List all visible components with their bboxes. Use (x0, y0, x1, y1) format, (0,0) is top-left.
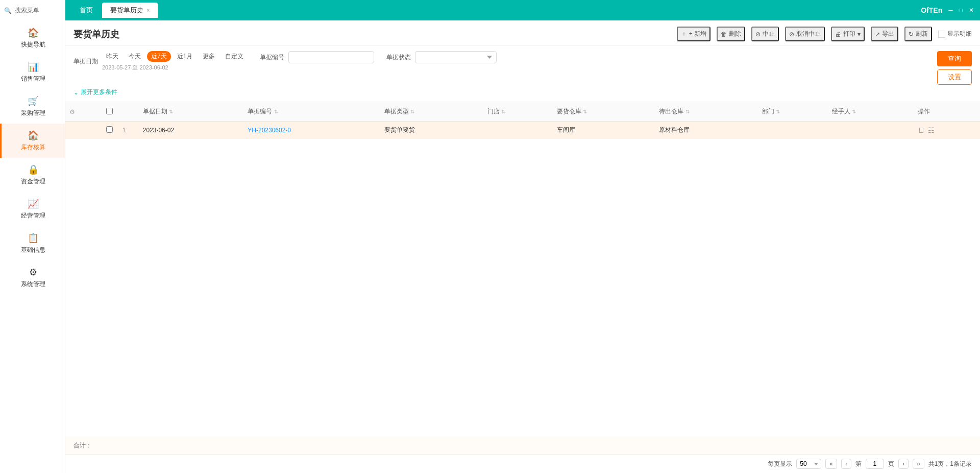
total-label: 共1页，1条记录 (928, 460, 972, 468)
refresh-icon: ↻ (909, 31, 914, 38)
delete-button[interactable]: 🗑 删除 (717, 27, 745, 41)
sidebar-item-label: 采购管理 (21, 109, 45, 117)
tab-history[interactable]: 要货单历史 × (102, 3, 158, 18)
doc-no-input[interactable] (288, 51, 374, 63)
table-area: ⚙ 单据日期 ⇅ 单据编号 ⇅ (65, 102, 980, 437)
new-button[interactable]: ＋ + 新增 (677, 27, 710, 41)
query-actions: 查询 设置 (937, 51, 972, 85)
select-all-checkbox[interactable] (106, 108, 113, 114)
export-button[interactable]: ↗ 导出 (871, 27, 898, 41)
sort-date-icon[interactable]: ⇅ (169, 109, 173, 114)
pagination-bar: 每页显示 50 100 « ‹ 第 页 › » 共1页，1条记录 (65, 454, 980, 473)
col-store: 门店 ⇅ (483, 102, 553, 122)
sidebar-item-label: 经营管理 (21, 211, 45, 220)
stop-btn-label: 中止 (763, 30, 775, 38)
main-table: ⚙ 单据日期 ⇅ 单据编号 ⇅ (65, 102, 980, 139)
date-range-display: 2023-05-27 至 2023-06-02 (102, 64, 248, 72)
sidebar-item-label: 资金管理 (21, 177, 45, 186)
sidebar-search[interactable]: 🔍 搜索菜单 (0, 0, 65, 21)
status-select[interactable] (415, 51, 497, 63)
col-settings[interactable]: ⚙ (65, 102, 102, 122)
table-row: 1 2023-06-02 YH-20230602-0 要货单要货 车间库 原材料… (65, 122, 980, 139)
search-icon: 🔍 (4, 7, 12, 14)
sort-pending-warehouse-icon[interactable]: ⇅ (685, 109, 690, 114)
sort-handler-icon[interactable]: ⇅ (852, 109, 856, 114)
sidebar-item-finance[interactable]: 🔒 资金管理 (0, 158, 65, 192)
shortcut-yesterday[interactable]: 昨天 (102, 51, 122, 62)
cancel-stop-button[interactable]: ⊘ 取消中止 (785, 27, 825, 41)
tab-home-label: 首页 (80, 6, 93, 15)
main-area: 首页 要货单历史 × OfTEn ─ □ ✕ 要货单历史 ＋ + 新增 🗑 (65, 0, 980, 473)
stop-icon: ⊘ (755, 31, 761, 38)
plus-icon: ＋ (681, 30, 687, 38)
cart-icon: 🛒 (28, 96, 39, 107)
operation-icon: 📈 (28, 198, 39, 209)
row-checkbox[interactable] (106, 126, 113, 133)
page-title: 要货单历史 (74, 28, 119, 40)
refresh-button[interactable]: ↻ 刷新 (904, 27, 932, 41)
toggle-checkbox[interactable] (938, 31, 945, 38)
basic-icon: 📋 (28, 232, 39, 244)
first-page-btn[interactable]: « (825, 459, 837, 469)
sort-req-warehouse-icon[interactable]: ⇅ (583, 109, 587, 114)
sort-dept-icon[interactable]: ⇅ (776, 109, 780, 114)
doc-no-link[interactable]: YH-20230602-0 (248, 127, 291, 134)
last-page-btn[interactable]: » (913, 459, 924, 469)
settings-button[interactable]: 设置 (937, 69, 972, 85)
sort-doc-no-icon[interactable]: ⇅ (274, 109, 278, 114)
tab-close-icon[interactable]: × (146, 7, 150, 13)
date-filter-label: 单据日期 (74, 57, 98, 66)
export-btn-label: 导出 (882, 30, 894, 38)
row-more-icon[interactable]: ☷ (928, 126, 935, 134)
print-icon: 🖨 (835, 31, 841, 38)
sidebar-item-system[interactable]: ⚙ 系统管理 (0, 261, 65, 295)
page-word-pre: 第 (855, 460, 862, 468)
row-store (483, 122, 553, 139)
sidebar-item-basic[interactable]: 📋 基础信息 (0, 226, 65, 261)
next-page-btn[interactable]: › (898, 459, 909, 469)
home-icon: 🏠 (28, 27, 39, 38)
topbar-right: OfTEn ─ □ ✕ (917, 6, 974, 14)
row-actions-cell: 🗌 ☷ (914, 122, 980, 139)
sidebar-item-purchase[interactable]: 🛒 采购管理 (0, 89, 65, 124)
sidebar-item-sales[interactable]: 📊 销售管理 (0, 55, 65, 89)
print-btn-label: 打印 (843, 30, 855, 38)
sidebar-item-inventory[interactable]: 🏠 库存核算 (0, 124, 65, 158)
shortcut-more[interactable]: 更多 (199, 51, 219, 62)
per-page-select[interactable]: 50 100 (796, 459, 821, 469)
window-maximize-btn[interactable]: □ (959, 7, 963, 14)
date-filter: 单据日期 昨天 今天 近7天 近1月 更多 自定义 2023-05-27 至 2… (74, 51, 248, 72)
col-doc-type: 单据类型 ⇅ (380, 102, 483, 122)
toolbar: ＋ + 新增 🗑 删除 ⊘ 中止 ⊘ 取消中止 🖨 打印 (677, 27, 972, 41)
stop-button[interactable]: ⊘ 中止 (751, 27, 779, 41)
expand-more-btn[interactable]: ⌄ 展开更多条件 (74, 88, 972, 97)
topbar: 首页 要货单历史 × OfTEn ─ □ ✕ (65, 0, 980, 20)
col-doc-no: 单据编号 ⇅ (243, 102, 380, 122)
chevron-down-icon: ⌄ (74, 89, 79, 96)
window-close-btn[interactable]: ✕ (969, 7, 974, 14)
sidebar-item-operation[interactable]: 📈 经营管理 (0, 192, 65, 226)
print-button[interactable]: 🖨 打印 ▾ (831, 27, 865, 41)
prev-page-btn[interactable]: ‹ (841, 459, 851, 469)
sort-store-icon[interactable]: ⇅ (501, 109, 505, 114)
status-label: 单据状态 (386, 53, 411, 62)
sort-doc-type-icon[interactable]: ⇅ (410, 109, 414, 114)
tab-history-label: 要货单历史 (110, 6, 143, 15)
row-edit-icon[interactable]: 🗌 (918, 126, 925, 134)
query-button[interactable]: 查询 (937, 51, 972, 66)
tab-home[interactable]: 首页 (71, 3, 101, 18)
col-date: 单据日期 ⇅ (139, 102, 244, 122)
sidebar-item-label: 库存核算 (21, 143, 45, 152)
shortcut-custom[interactable]: 自定义 (221, 51, 248, 62)
shortcut-7days[interactable]: 近7天 (147, 51, 171, 62)
content-area: 要货单历史 ＋ + 新增 🗑 删除 ⊘ 中止 ⊘ 取消中止 (65, 20, 980, 473)
sidebar-item-quick-nav[interactable]: 🏠 快捷导航 (0, 21, 65, 55)
page-input[interactable] (866, 459, 884, 469)
shortcut-today[interactable]: 今天 (125, 51, 145, 62)
display-cell-toggle[interactable]: 显示明细 (938, 30, 972, 38)
window-minimize-btn[interactable]: ─ (948, 7, 953, 14)
row-doc-no: YH-20230602-0 (243, 122, 380, 139)
shortcut-1month[interactable]: 近1月 (173, 51, 197, 62)
col-dept: 部门 ⇅ (758, 102, 827, 122)
new-btn-label: + 新增 (689, 30, 706, 38)
